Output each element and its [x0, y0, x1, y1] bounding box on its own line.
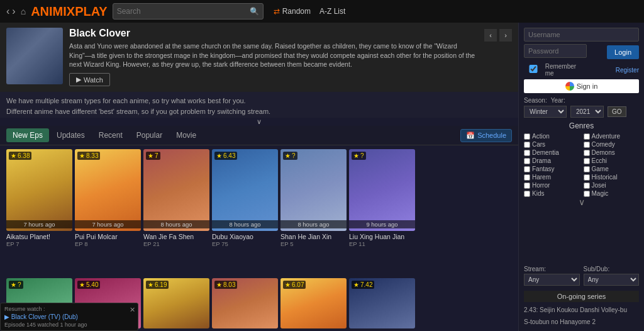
random-link[interactable]: ⇄ Random — [274, 7, 311, 16]
back-arrow[interactable]: ‹ — [6, 6, 9, 17]
anime-thumbnail: ★8.33 7 hours ago — [75, 149, 141, 231]
ongoing-title: On-going series — [524, 291, 639, 302]
tab-recent[interactable]: Recent — [92, 128, 129, 142]
list-item[interactable]: ★8.33 7 hours ago Pui Pui Molcar EP 8 — [75, 149, 141, 273]
season-year-controls: WinterSpringSummerFall 202120202019 GO — [524, 106, 639, 118]
anime-rating: ★6.43 — [214, 152, 237, 160]
genre-historical[interactable]: Historical — [584, 174, 640, 181]
expand-button[interactable]: ∨ — [0, 118, 518, 126]
google-icon — [565, 82, 574, 91]
tab-new-eps[interactable]: New Eps — [6, 128, 49, 142]
resume-episode: Episode 145 watched 1 hour ago — [4, 322, 134, 328]
genres-expand-button[interactable]: ∨ — [524, 197, 639, 207]
go-button[interactable]: GO — [608, 106, 626, 117]
anime-time: 8 hours ago — [143, 220, 209, 228]
anime-time: 8 hours ago — [280, 220, 347, 228]
tab-list: New Eps Updates Recent Popular Movie — [6, 128, 460, 142]
login-row: Login — [524, 44, 639, 60]
anime-image — [212, 149, 278, 231]
anime-time: 9 hours ago — [349, 220, 415, 228]
anime-episode: EP 21 — [143, 240, 209, 247]
genre-action[interactable]: Action — [524, 133, 580, 140]
list-item[interactable]: S-toubun no Hanayome 2 — [524, 318, 639, 326]
list-item[interactable]: ★6.43 8 hours ago Dubu Xiaoyao EP 75 — [212, 149, 278, 273]
season-select[interactable]: WinterSpringSummerFall — [524, 106, 567, 118]
anime-name: Dubu Xiaoyao — [212, 233, 278, 240]
genres-title: Genres — [524, 121, 639, 130]
genre-fantasy[interactable]: Fantasy — [524, 166, 580, 172]
tabs-bar: New Eps Updates Recent Popular Movie 📅 S… — [0, 126, 518, 145]
search-bar: 🔍 — [113, 3, 264, 20]
main-layout: Black Clover Asta and Yuno were abandone… — [0, 23, 644, 331]
resume-header: Resume watch : — [4, 306, 134, 312]
tab-updates[interactable]: Updates — [50, 128, 91, 142]
stream-section: Stream: Any — [524, 266, 580, 286]
tab-movie[interactable]: Movie — [170, 128, 203, 142]
google-signin-button[interactable]: Sign in — [524, 79, 639, 93]
resume-title[interactable]: ▶ Black Clover (TV) (Dub) — [4, 313, 134, 320]
year-label: Year: — [551, 97, 565, 104]
anime-name: Shan He Jian Xin — [280, 233, 347, 240]
genre-game[interactable]: Game — [584, 166, 640, 172]
genre-josei[interactable]: Josei — [584, 182, 640, 189]
anime-rating: ★7 — [146, 152, 160, 160]
genre-ecchi[interactable]: Ecchi — [584, 157, 640, 164]
list-item[interactable]: ★6.19 — [143, 278, 209, 328]
anime-rating: ★6.07 — [283, 281, 306, 289]
anime-rating: ★? — [9, 281, 23, 289]
azlist-link[interactable]: A-Z List — [319, 7, 345, 16]
list-item[interactable]: ★? 9 hours ago Liu Xing Huan Jian EP 11 — [349, 149, 415, 273]
stream-select[interactable]: Any — [524, 274, 580, 286]
sidebar: Login Remember me Register Sign in Seaso… — [518, 23, 644, 331]
watch-button[interactable]: ▶ Watch — [69, 73, 110, 86]
close-icon[interactable]: ✕ — [130, 306, 135, 314]
remember-me-checkbox[interactable] — [524, 65, 543, 73]
anime-thumbnail: ★6.38 7 hours ago — [6, 149, 72, 231]
stream-subdub-section: Stream: Any Sub/Dub: Any — [524, 266, 639, 286]
featured-prev[interactable]: ‹ — [484, 29, 497, 42]
register-link[interactable]: Register — [616, 67, 639, 74]
genre-cars[interactable]: Cars — [524, 141, 580, 148]
password-field[interactable] — [524, 44, 587, 58]
shuffle-icon: ⇄ — [274, 7, 280, 16]
anime-name: Liu Xing Huan Jian — [349, 233, 415, 240]
forward-arrow[interactable]: › — [12, 6, 15, 17]
list-item[interactable]: ★6.07 — [280, 278, 347, 328]
search-input[interactable] — [117, 7, 250, 16]
stream-info: We have multiple stream types for each a… — [0, 92, 518, 118]
anime-thumbnail: ★6.43 8 hours ago — [212, 149, 278, 231]
schedule-button[interactable]: 📅 Schedule — [460, 129, 512, 142]
anime-thumbnail: ★6.07 — [280, 278, 347, 328]
genre-demons[interactable]: Demons — [584, 149, 640, 156]
list-item[interactable]: ★7 8 hours ago Wan Jie Fa Shen EP 21 — [143, 149, 209, 273]
subdub-select[interactable]: Any — [584, 274, 640, 286]
year-select[interactable]: 202120202019 — [570, 106, 604, 118]
genre-harem[interactable]: Harem — [524, 174, 580, 181]
remember-me-label: Remember me — [524, 63, 576, 77]
genre-kids[interactable]: Kids — [524, 190, 580, 197]
list-item[interactable]: 2.43: Seijin Koukou Danshi Volley-bu — [524, 306, 639, 314]
anime-thumbnail: ★? 9 hours ago — [349, 149, 415, 231]
genre-horror[interactable]: Horror — [524, 182, 580, 189]
login-button[interactable]: Login — [607, 45, 639, 59]
home-icon[interactable]: ⌂ — [21, 6, 26, 16]
tab-popular[interactable]: Popular — [130, 128, 169, 142]
featured-thumbnail — [6, 28, 63, 84]
list-item[interactable]: ★8.03 — [212, 278, 278, 328]
genre-dementia[interactable]: Dementia — [524, 149, 580, 156]
play-icon: ▶ — [76, 76, 81, 84]
genre-drama[interactable]: Drama — [524, 157, 580, 164]
username-field[interactable] — [524, 28, 639, 42]
anime-name: Aikatsu Planet! — [6, 233, 72, 240]
list-item[interactable]: ★6.38 7 hours ago Aikatsu Planet! EP 7 — [6, 149, 72, 273]
site-logo[interactable]: ANIMIXPLAY — [31, 4, 108, 19]
season-label: Season: — [524, 97, 547, 104]
list-item[interactable]: ★7.42 — [349, 278, 415, 328]
genre-adventure[interactable]: Adventure — [584, 133, 640, 140]
anime-image — [75, 149, 141, 231]
list-item[interactable]: ★? 8 hours ago Shan He Jian Xin EP 5 — [280, 149, 347, 273]
genre-magic[interactable]: Magic — [584, 190, 640, 197]
season-year-section: Season: Year: WinterSpringSummerFall 202… — [524, 97, 639, 118]
featured-next[interactable]: › — [499, 29, 512, 42]
genre-comedy[interactable]: Comedy — [584, 141, 640, 148]
